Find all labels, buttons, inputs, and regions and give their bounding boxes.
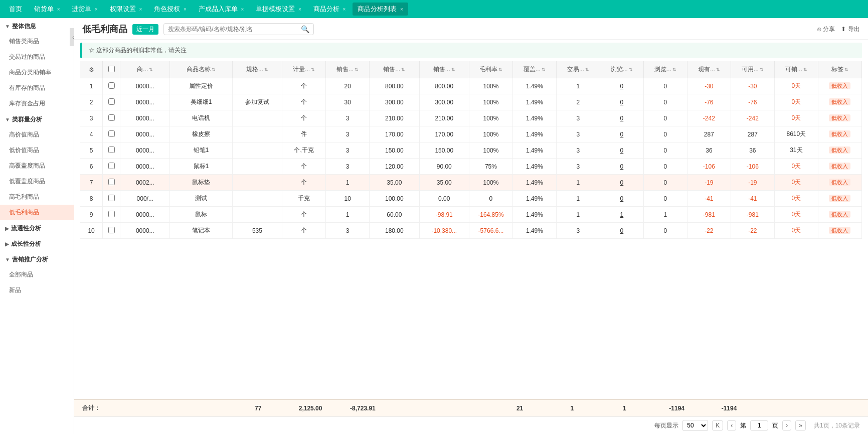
row-unit: 个 (282, 159, 326, 175)
sidebar-item-sales-goods[interactable]: 销售类商品 (0, 34, 74, 49)
row-views1[interactable]: 0 (600, 159, 643, 175)
row-checkbox[interactable] (108, 130, 115, 137)
select-all-checkbox[interactable] (108, 66, 115, 72)
col-unit[interactable]: 计量...⇅ (282, 61, 326, 78)
row-sellable: 0天 (774, 78, 818, 94)
export-button[interactable]: ⬆ 导出 (841, 25, 860, 34)
sidebar-item-new-goods[interactable]: 新品 (0, 282, 74, 298)
table-row: 2 0000... 吴细细1 参加复试 个 30 300.00 300.00 1… (80, 94, 862, 110)
row-name: 笔记本 (170, 223, 232, 239)
per-page-select[interactable]: 50 100 200 (682, 420, 708, 431)
share-button[interactable]: ⎋ 分享 (817, 25, 835, 34)
row-stock-now: -19 (687, 175, 731, 191)
nav-close-role-auth[interactable]: × (184, 7, 187, 12)
col-settings[interactable]: ⚙ (80, 61, 103, 78)
col-sales-profit[interactable]: 销售...⇅ (419, 61, 469, 78)
sidebar-section-growth[interactable]: ▶ 成长性分析 (0, 236, 74, 251)
nav-close-permissions[interactable]: × (139, 7, 142, 12)
row-views1[interactable]: 0 (600, 223, 643, 239)
row-views1[interactable]: 1 (600, 207, 643, 223)
nav-permissions[interactable]: 权限设置 × (105, 3, 147, 16)
col-stock-now[interactable]: 现有...⇅ (687, 61, 731, 78)
row-no: 3 (80, 110, 103, 126)
search-input[interactable] (168, 26, 301, 33)
sidebar-item-high-coverage[interactable]: 高覆盖度商品 (0, 158, 74, 174)
row-checkbox[interactable] (108, 179, 115, 185)
col-stock-avail[interactable]: 可用...⇅ (731, 61, 774, 78)
row-views1[interactable]: 0 (600, 142, 643, 159)
col-name[interactable]: 商品名称⇅ (170, 61, 232, 78)
row-checkbox[interactable] (108, 195, 115, 201)
row-transactions: 2 (556, 94, 600, 110)
row-sellable: 0天 (774, 191, 818, 207)
nav-close-analysis-list[interactable]: × (400, 7, 403, 12)
row-views1[interactable]: 0 (600, 126, 643, 142)
sidebar-item-low-coverage[interactable]: 低覆盖度商品 (0, 174, 74, 189)
row-checkbox[interactable] (108, 114, 115, 121)
row-code: 0000... (120, 207, 170, 223)
nav-close-product-inbound[interactable]: × (241, 7, 244, 12)
sidebar-item-low-value[interactable]: 低价值商品 (0, 142, 74, 158)
sidebar-section-overall[interactable]: ▼ 整体信息 (0, 18, 74, 34)
row-views1[interactable]: 0 (600, 175, 643, 191)
sidebar-item-traded-goods[interactable]: 交易过的商品 (0, 49, 74, 65)
col-profit-rate[interactable]: 毛利率⇅ (469, 61, 512, 78)
row-views1[interactable]: 0 (600, 110, 643, 126)
sidebar-item-category-rate[interactable]: 商品分类助销率 (0, 65, 74, 80)
col-coverage[interactable]: 覆盖...⇅ (512, 61, 556, 78)
col-sellable[interactable]: 可销...⇅ (774, 61, 818, 78)
nav-sales-order[interactable]: 销货单 × (29, 3, 65, 16)
row-checkbox[interactable] (108, 147, 115, 153)
nav-close-sales[interactable]: × (57, 7, 60, 12)
row-views1[interactable]: 0 (600, 78, 643, 94)
nav-close-analysis[interactable]: × (342, 7, 345, 12)
nav-close-template[interactable]: × (298, 7, 301, 12)
sidebar-item-high-value[interactable]: 高价值商品 (0, 127, 74, 142)
nav-template-settings[interactable]: 单据模板设置 × (251, 3, 306, 16)
row-views1[interactable]: 0 (600, 94, 643, 110)
col-views2[interactable]: 浏览...⇅ (643, 61, 687, 78)
nav-product-analysis-list[interactable]: 商品分析列表 × (353, 3, 408, 16)
row-code: 0000... (120, 126, 170, 142)
col-transactions[interactable]: 交易...⇅ (556, 61, 600, 78)
period-tag[interactable]: 近一月 (132, 24, 158, 35)
prev-page-button[interactable]: ‹ (727, 420, 736, 430)
last-page-button[interactable]: » (795, 420, 806, 430)
next-page-button[interactable]: › (782, 420, 791, 430)
sidebar-section-marketing[interactable]: ▼ 营销推广分析 (0, 251, 74, 267)
col-code[interactable]: 商...⇅ (120, 61, 170, 78)
col-spec[interactable]: 规格...⇅ (232, 61, 282, 78)
col-tag[interactable]: 标签⇅ (818, 61, 861, 78)
row-checkbox[interactable] (108, 211, 115, 217)
row-profit-rate: -5766.6... (469, 223, 512, 239)
row-checkbox-cell (103, 142, 120, 159)
col-sales-qty[interactable]: 销售...⇅ (326, 61, 370, 78)
nav-home[interactable]: 首页 (4, 3, 27, 16)
row-checkbox[interactable] (108, 98, 115, 105)
nav-role-auth[interactable]: 角色授权 × (149, 3, 191, 16)
nav-product-inbound[interactable]: 产成品入库单 × (194, 3, 249, 16)
row-unit: 件 (282, 126, 326, 142)
total-sales-qty: 77 (232, 405, 284, 412)
nav-purchase-order[interactable]: 进货单 × (67, 3, 102, 16)
page-input[interactable] (750, 420, 768, 430)
sidebar-item-all-goods[interactable]: 全部商品 (0, 267, 74, 282)
row-checkbox[interactable] (108, 163, 115, 169)
sidebar-collapse-button[interactable]: « (70, 28, 74, 46)
col-views1[interactable]: 浏览...⇅ (600, 61, 643, 78)
col-sales-amt[interactable]: 销售...⇅ (370, 61, 419, 78)
nav-close-purchase[interactable]: × (95, 7, 98, 12)
sidebar-item-stock-capital[interactable]: 库存资金占用 (0, 96, 74, 111)
row-views2: 0 (643, 78, 687, 94)
nav-product-analysis[interactable]: 商品分析 × (308, 3, 351, 16)
sidebar-item-high-profit[interactable]: 高毛利商品 (0, 189, 74, 205)
sidebar-item-in-stock-goods[interactable]: 有库存的商品 (0, 80, 74, 96)
sidebar-item-low-profit[interactable]: 低毛利商品 (0, 205, 74, 220)
row-checkbox[interactable] (108, 82, 115, 89)
sidebar-section-cluster[interactable]: ▼ 类群量分析 (0, 111, 74, 127)
first-page-button[interactable]: K (712, 420, 723, 430)
sidebar-section-flow[interactable]: ▶ 流通性分析 (0, 220, 74, 236)
row-views1[interactable]: 0 (600, 191, 643, 207)
row-checkbox[interactable] (108, 227, 115, 233)
search-icon[interactable]: 🔍 (301, 25, 309, 33)
